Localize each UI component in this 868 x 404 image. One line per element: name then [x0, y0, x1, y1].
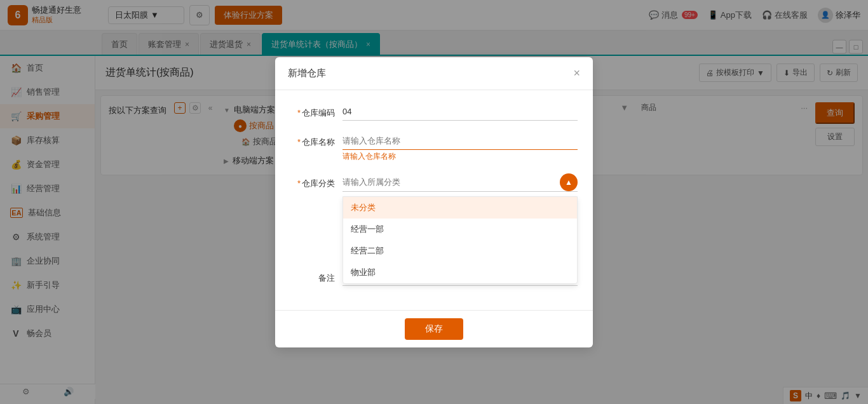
name-error-msg: 请输入仓库名称 [342, 151, 578, 162]
dropdown-item-uncategorized[interactable]: 未分类 [343, 197, 577, 219]
name-form-row: 仓库名称 请输入仓库名称 [290, 132, 578, 162]
name-input[interactable] [342, 132, 578, 150]
dropdown-item-dept1[interactable]: 经营一部 [343, 219, 577, 240]
code-label: 仓库编码 [290, 103, 335, 119]
add-warehouse-modal: 新增仓库 × 仓库编码 仓库名称 请输入仓库名称 仓库分类 [275, 57, 593, 347]
modal-overlay: 新增仓库 × 仓库编码 仓库名称 请输入仓库名称 仓库分类 [0, 0, 868, 404]
modal-header: 新增仓库 × [275, 57, 593, 90]
category-wrapper: ▲ 未分类 经营一部 经营二部 物业部 [342, 173, 578, 192]
category-form-row: 仓库分类 ▲ 未分类 经营一部 经营二部 物业部 [290, 173, 578, 192]
category-label: 仓库分类 [290, 173, 335, 189]
category-input-row: ▲ [342, 173, 578, 192]
name-field-wrapper: 请输入仓库名称 [342, 132, 578, 162]
modal-footer: 保存 [275, 310, 593, 347]
modal-body: 仓库编码 仓库名称 请输入仓库名称 仓库分类 ▲ [275, 90, 593, 310]
category-input[interactable] [342, 173, 560, 191]
note-label: 备注 [290, 268, 335, 284]
modal-title: 新增仓库 [288, 67, 326, 79]
category-dropdown-list: 未分类 经营一部 经营二部 物业部 [342, 196, 578, 284]
save-button[interactable]: 保存 [405, 318, 463, 340]
code-form-row: 仓库编码 [290, 103, 578, 121]
category-chevron-button[interactable]: ▲ [560, 173, 578, 191]
modal-close-button[interactable]: × [573, 67, 580, 79]
dropdown-item-dept2[interactable]: 经营二部 [343, 240, 577, 262]
code-input[interactable] [342, 103, 578, 121]
dropdown-item-property[interactable]: 物业部 [343, 262, 577, 283]
name-label: 仓库名称 [290, 132, 335, 148]
